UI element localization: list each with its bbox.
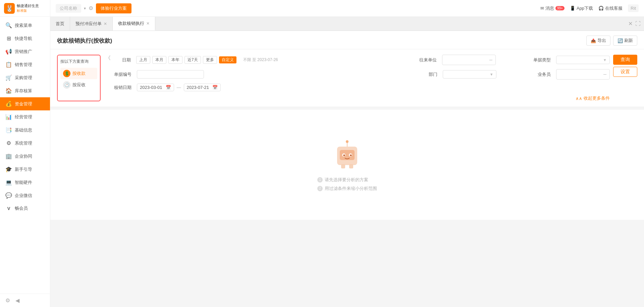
topbar-dropdown-icon[interactable]: ▾ [84,6,86,11]
topbar: 公司名称 ▾ ⚙ 体验行业方案 ✉ 消息 99+ 📱 App下载 🎧 在线客服 … [50,0,644,17]
filter-sidebar-title: 按以下方案查询 [60,59,97,64]
export-button[interactable]: 📤 导出 [586,36,610,46]
tab-prepay-label: 预付冲应付单 [75,21,102,27]
company-name[interactable]: 公司名称 [56,4,81,13]
collapse-sidebar-icon[interactable]: ◀ [15,297,19,304]
verify-date-start-input[interactable]: 2023-03-01 📅 [137,84,174,91]
page-title: 收款核销执行(按收款) [57,37,112,45]
sidebar: 🐰 畅捷通好生意 标准版 🔍 搜索菜单 ⊞ 快捷导航 📢 营销推广 📋 销售管理… [0,0,50,307]
tab-home[interactable]: 首页 [50,17,70,31]
sidebar-item-basic-info[interactable]: 📑 基础信息 [0,123,50,137]
user-avatar[interactable]: Rit [628,4,639,12]
date-btn-this-year[interactable]: 本年 [168,56,182,64]
filter-row-date: 日期 上月 本月 本年 近7天 更多 自定义 不限 至 2023-07-26 [114,55,610,65]
tab-receipt-label: 收款核销执行 [118,20,144,27]
dept-select[interactable]: ▾ [443,70,496,79]
sidebar-item-quick-nav[interactable]: ⊞ 快捷导航 [0,32,50,45]
tab-expand-icon[interactable]: ⛶ [635,21,641,27]
staff-more-icon[interactable]: ··· [603,71,606,78]
message-label: 消息 [545,5,554,11]
inventory-icon: 🏠 [5,88,12,94]
filter-option-by-receivable[interactable]: 🕐 按应收 [60,79,97,91]
system-icon: ⚙ [5,140,12,146]
search-menu-icon: 🔍 [5,22,12,29]
step-2-icon: 2 [317,186,323,191]
dept-label: 部门 [421,71,437,78]
empty-tips: 1 请先选择要分析的方案 2 用过滤条件来缩小分析范围 [317,175,377,193]
date-no-limit: 不限 至 2023-07-26 [243,57,278,63]
date-custom-badge[interactable]: 自定义 [219,56,236,63]
purchase-icon: 🛒 [5,74,12,81]
filter-option-by-receipt[interactable]: 💲 按收款 [60,68,97,79]
filter-collapse-icon[interactable]: 《 [105,55,111,101]
date-btn-7days[interactable]: 近7天 [184,56,201,64]
page-header: 收款核销执行(按收款) 📤 导出 🔄 刷新 [50,31,644,49]
refresh-button[interactable]: 🔄 刷新 [613,36,637,46]
finance-icon: 💰 [5,101,12,107]
verify-date-end-value: 2023-07-21 [187,85,209,90]
sidebar-item-hardware[interactable]: 💻 智能硬件 [0,176,50,189]
sidebar-logo: 🐰 畅捷通好生意 标准版 [0,0,50,17]
doc-no-input[interactable] [137,70,204,79]
logo-sub: 标准版 [17,8,39,13]
date-btn-more[interactable]: 更多 [203,56,217,64]
service-icon: 🎧 [598,6,604,11]
verify-date-end-calendar-icon[interactable]: 📅 [212,85,218,90]
tab-prepay-close-icon[interactable]: ✕ [104,21,107,26]
sidebar-item-guide[interactable]: 🎓 新手引导 [0,163,50,176]
refresh-icon: 🔄 [618,38,623,43]
app-download-item[interactable]: 📱 App下载 [570,5,593,11]
app-icon: 📱 [570,6,575,11]
settings-bottom-icon[interactable]: ⚙ [5,297,10,304]
tab-receipt[interactable]: 收款核销执行 ✕ [113,17,155,31]
sidebar-item-finance[interactable]: 💰 资金管理 [0,97,50,110]
date-btn-last-month[interactable]: 上月 [136,56,150,64]
counterpart-input[interactable]: ··· [442,55,496,65]
date-btn-this-month[interactable]: 本月 [152,56,166,64]
verify-date-end-input[interactable]: 2023-07-21 📅 [184,84,221,91]
settings-button[interactable]: 设置 [613,67,637,77]
sidebar-item-sales[interactable]: 📋 销售管理 [0,58,50,71]
collapse-more-conditions[interactable]: ∧∧ 收起更多条件 [114,95,610,101]
by-receipt-icon: 💲 [63,70,70,77]
collapse-more-label: 收起更多条件 [584,95,610,101]
sidebar-item-member[interactable]: V 畅会员 [0,202,50,215]
tabbar: 首页 预付冲应付单 ✕ 收款核销执行 ✕ ✕ ⛶ [50,17,644,31]
counterpart-more-icon[interactable]: ··· [489,56,492,63]
tab-prepay[interactable]: 预付冲应付单 ✕ [70,17,113,31]
tabbar-actions: ✕ ⛶ [625,17,644,31]
sidebar-item-wechat[interactable]: 💬 企业微信 [0,189,50,202]
sidebar-item-purchase[interactable]: 🛒 采购管理 [0,71,50,84]
topbar-gear-icon[interactable]: ⚙ [89,5,93,11]
sidebar-item-system[interactable]: ⚙ 系统管理 [0,137,50,150]
date-quick-group: 上月 本月 本年 近7天 更多 自定义 [136,56,236,64]
basic-info-icon: 📑 [5,127,12,133]
verify-date-label: 核销日期 [114,85,131,91]
sales-icon: 📋 [5,61,12,68]
hardware-icon: 💻 [5,179,12,186]
filter-row-docno: 单据编号 部门 ▾ 业务员 [114,69,610,80]
sidebar-item-marketing[interactable]: 📢 营销推广 [0,45,50,58]
page-content: 收款核销执行(按收款) 📤 导出 🔄 刷新 按以下方案查询 💲 按收款 [50,31,644,307]
svg-point-9 [346,140,348,143]
tab-close-all-icon[interactable]: ✕ [628,20,633,27]
enterprise-icon: 🏢 [5,153,12,159]
online-service-item[interactable]: 🎧 在线客服 [598,5,623,11]
sidebar-item-search-menu[interactable]: 🔍 搜索菜单 [0,19,50,32]
service-label: 在线客服 [605,5,623,11]
by-receivable-icon: 🕐 [63,81,70,89]
verify-date-start-calendar-icon[interactable]: 📅 [166,85,171,90]
sidebar-item-operation[interactable]: 📊 经营管理 [0,110,50,123]
tab-receipt-close-icon[interactable]: ✕ [146,21,150,26]
doc-type-dropdown-icon: ▾ [604,57,606,62]
staff-input[interactable]: ··· [556,69,610,80]
message-item[interactable]: ✉ 消息 99+ [540,5,565,11]
doc-type-select[interactable]: ▾ [556,56,610,64]
industry-btn[interactable]: 体验行业方案 [96,3,131,13]
page-actions: 📤 导出 🔄 刷新 [586,36,637,46]
sidebar-item-inventory[interactable]: 🏠 库存核算 [0,84,50,97]
sidebar-item-enterprise[interactable]: 🏢 企业协同 [0,150,50,163]
query-button[interactable]: 查询 [613,55,637,65]
export-icon: 📤 [591,38,596,43]
counterpart-label: 往来单位 [419,57,437,63]
